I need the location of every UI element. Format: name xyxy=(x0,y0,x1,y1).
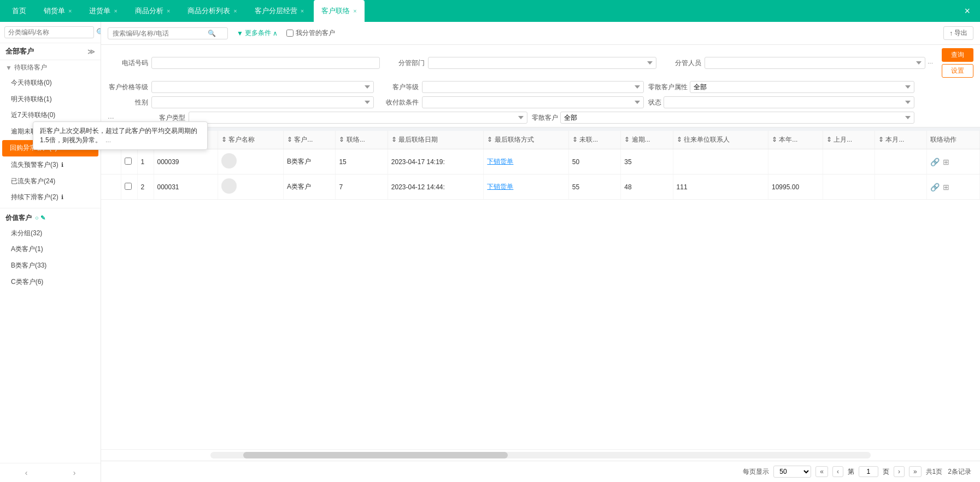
main-search-icon[interactable]: 🔍 xyxy=(208,30,216,37)
col-this-month[interactable]: ⇕ 本月... xyxy=(875,131,927,149)
payment-label: 收付款条件 xyxy=(378,98,422,107)
status-select[interactable] xyxy=(664,96,914,108)
last-method-link[interactable]: 下销货单 xyxy=(487,183,513,190)
sidebar-next-btn[interactable]: › xyxy=(51,467,97,479)
col-last-contact-date[interactable]: ⇕ 最后联络日期 xyxy=(388,131,484,149)
cell-last-date: 2023-04-17 14:19: xyxy=(388,149,484,175)
manager-more-icon[interactable]: ··· xyxy=(928,59,933,67)
pending-contact-group[interactable]: ▼ 待联络客户 xyxy=(0,60,101,75)
payment-select[interactable] xyxy=(422,96,644,108)
filter-panel: 电话号码 分管部门 分管人员 ··· 查询 设置 xyxy=(101,45,980,127)
col-last-month[interactable]: ⇕ 上月... xyxy=(823,131,875,149)
filter-manager: 分管人员 ··· xyxy=(661,57,933,69)
dept-select[interactable] xyxy=(428,57,656,69)
sidebar-item-lost-preview[interactable]: 流失预警客户(3) ℹ xyxy=(0,157,101,173)
value-customer-header[interactable]: 价值客户 ○ ✎ xyxy=(0,211,101,225)
sidebar-item-tomorrow[interactable]: 明天待联络(1) xyxy=(0,91,101,108)
tab-home[interactable]: 首页 xyxy=(4,0,34,22)
sidebar-item-today[interactable]: 今天待联络(0) xyxy=(0,75,101,91)
col-contact-person[interactable]: ⇕ 往来单位联系人 xyxy=(673,131,768,149)
last-page-button[interactable]: » xyxy=(909,466,922,477)
tab-customer-contact[interactable]: 客户联络 × xyxy=(314,0,364,22)
cell-last-method[interactable]: 下销货单 xyxy=(484,149,568,175)
close-purchase-tab[interactable]: × xyxy=(114,8,117,14)
sort-icon: ⇕ xyxy=(287,136,294,143)
first-page-button[interactable]: « xyxy=(815,466,828,477)
more-conditions-button[interactable]: ▼ 更多条件 ∧ xyxy=(232,27,282,39)
cell-checkbox[interactable] xyxy=(121,149,137,175)
sidebar-search-input[interactable] xyxy=(4,26,94,38)
my-customer-checkbox-label[interactable]: 我分管的客户 xyxy=(286,28,335,38)
tab-analysis[interactable]: 商品分析 × xyxy=(127,0,178,22)
close-segment-tab[interactable]: × xyxy=(301,8,304,14)
edit-icon[interactable]: ○ ✎ xyxy=(35,214,45,222)
sort-icon: ⇕ xyxy=(677,136,684,143)
sidebar-item-unclassified[interactable]: 未分组(32) xyxy=(0,225,101,242)
tab-sales[interactable]: 销货单 × xyxy=(36,0,79,22)
retail-attr-select[interactable]: 全部 xyxy=(690,81,914,93)
sidebar-item-lost[interactable]: 已流失客户(24) xyxy=(0,173,101,190)
customer-type-select[interactable] xyxy=(189,112,527,124)
close-contact-tab[interactable]: × xyxy=(353,8,356,14)
col-overdue[interactable]: ⇕ 逾期... xyxy=(621,131,673,149)
settings-button[interactable]: 设置 xyxy=(942,64,973,78)
retail-customer-select[interactable]: 全部 xyxy=(560,112,914,124)
cell-contact: 7 xyxy=(336,175,388,200)
sidebar-item-c-class[interactable]: C类客户(6) xyxy=(0,274,101,291)
price-grade-select[interactable] xyxy=(151,81,374,93)
tooltip-more: ... xyxy=(105,136,111,144)
close-analysis-tab[interactable]: × xyxy=(167,8,170,14)
collapse-icon[interactable]: ≫ xyxy=(87,48,95,56)
filter-icon: ▼ xyxy=(237,30,243,37)
main-search-input[interactable] xyxy=(113,30,206,37)
sidebar-item-b-class[interactable]: B类客户(33) xyxy=(0,258,101,274)
cell-last-month xyxy=(823,149,875,175)
sort-icon: ⇕ xyxy=(878,136,885,143)
action-link-icon[interactable]: 🔗 xyxy=(930,158,940,166)
tab-analysis-list[interactable]: 商品分析列表 × xyxy=(180,0,244,22)
sidebar-prev-btn[interactable]: ‹ xyxy=(3,467,49,479)
col-contact-action: 联络动作 xyxy=(927,131,980,149)
tab-customer-segment[interactable]: 客户分层经营 × xyxy=(247,0,312,22)
row-checkbox-1[interactable] xyxy=(125,183,132,190)
prev-page-button[interactable]: ‹ xyxy=(832,466,843,477)
query-button[interactable]: 查询 xyxy=(942,48,973,62)
action-grid-icon[interactable]: ⊞ xyxy=(943,183,949,191)
filter-customer-grade: 客户等级 xyxy=(378,81,644,93)
cell-last-method[interactable]: 下销货单 xyxy=(484,175,568,200)
filter-action-buttons: 查询 设置 xyxy=(942,48,973,78)
action-link-icon[interactable]: 🔗 xyxy=(930,183,940,191)
row-checkbox-0[interactable] xyxy=(125,158,132,165)
close-sales-tab[interactable]: × xyxy=(68,8,72,14)
phone-input[interactable] xyxy=(151,57,380,69)
sidebar-item-persistent-down[interactable]: 持续下滑客户(2) ℹ xyxy=(0,189,101,206)
close-analysis-list-tab[interactable]: × xyxy=(233,8,237,14)
customer-grade-select[interactable] xyxy=(422,81,644,93)
tab-purchase[interactable]: 进货单 × xyxy=(81,0,125,22)
col-customer-name[interactable]: ⇕ 客户名称 xyxy=(218,131,284,149)
page-input[interactable] xyxy=(859,466,878,477)
col-last-contact-method[interactable]: ⇕ 最后联络方式 xyxy=(484,131,568,149)
gender-select[interactable] xyxy=(151,96,374,108)
sidebar-search-icon[interactable]: 🔍 xyxy=(96,28,101,37)
per-page-select[interactable]: 50 20 100 xyxy=(773,466,811,478)
last-method-link[interactable]: 下销货单 xyxy=(487,158,513,165)
manager-select[interactable] xyxy=(705,57,925,69)
col-not-contacted[interactable]: ⇕ 未联... xyxy=(568,131,620,149)
col-this-year[interactable]: ⇕ 本年... xyxy=(768,131,823,149)
cell-contact-person: 111 xyxy=(673,175,768,200)
cell-type: A类客户 xyxy=(284,175,336,200)
scroll-thumb[interactable] xyxy=(243,452,507,458)
action-grid-icon[interactable]: ⊞ xyxy=(943,158,949,166)
more-icon[interactable]: ··· xyxy=(108,113,114,122)
export-button[interactable]: ↑ 导出 xyxy=(943,26,973,40)
next-page-button[interactable]: › xyxy=(894,466,905,477)
sidebar-item-a-class[interactable]: A类客户(1) xyxy=(0,241,101,258)
window-close-button[interactable]: × xyxy=(959,5,976,17)
cell-overdue: 35 xyxy=(621,149,673,175)
col-contact[interactable]: ⇕ 联络... xyxy=(336,131,388,149)
cell-checkbox[interactable] xyxy=(121,175,137,200)
col-customer-type[interactable]: ⇕ 客户... xyxy=(284,131,336,149)
sort-icon: ⇕ xyxy=(391,136,398,143)
my-customer-checkbox[interactable] xyxy=(286,30,294,37)
